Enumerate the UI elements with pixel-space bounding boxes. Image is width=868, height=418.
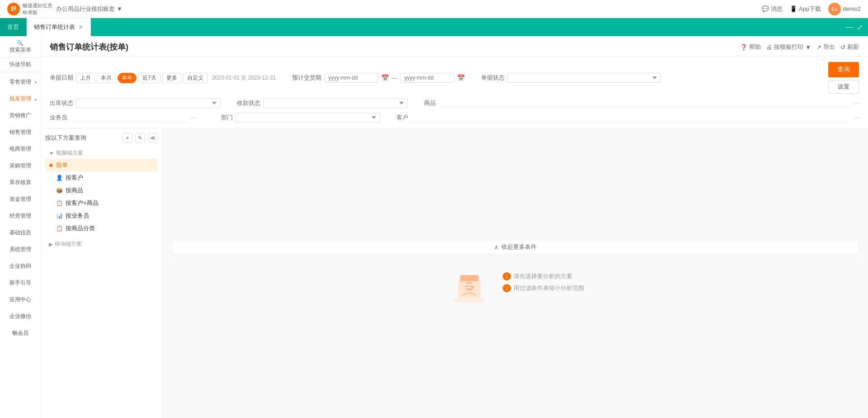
refresh-button[interactable]: ↺ 刷新 [840, 43, 859, 51]
print-arrow-icon: ▼ [805, 44, 811, 51]
sidebar-item-system[interactable]: 系统管理 [0, 241, 40, 258]
empty-tip-2: 2 用过滤条件来缩小分析范围 [503, 284, 584, 292]
refresh-icon: ↺ [840, 44, 845, 51]
maximize-icon[interactable]: ⤢ [857, 23, 863, 32]
app-download-icon: 📱 [790, 5, 797, 12]
empty-tips: 1 请先选择要分析的方案 2 用过滤条件来缩小分析范围 [503, 272, 584, 296]
scheme-by-customer[interactable]: 👤 按客户 [52, 171, 158, 184]
sidebar-item-corp[interactable]: 企业协同 [0, 258, 40, 275]
tip-number-2: 2 [503, 284, 511, 292]
message-icon: 💬 [762, 5, 769, 12]
empty-tip-1: 1 请先选择要分析的方案 [503, 272, 584, 280]
message-button[interactable]: 💬 消息 [762, 5, 783, 13]
sidebar-item-wholesale[interactable]: 批发管理 [0, 90, 40, 107]
logo-area: 好 畅捷通好生意 标准版 [7, 2, 52, 15]
date-btn-this-month[interactable]: 本月 [97, 73, 116, 83]
goods-label: 商品 [424, 99, 436, 107]
tab-home[interactable]: 首页 [0, 18, 27, 36]
order-status-select[interactable] [507, 73, 661, 83]
sidebar-item-basic[interactable]: 基础信息 [0, 224, 40, 241]
sidebar-item-marketing[interactable]: 营销推广 [0, 107, 40, 124]
filter-row-2: 出库状态 收款状态 商品 ··· [50, 98, 859, 108]
scheme-list: 👤 按客户 📦 按商品 📋 按客户+商品 📊 按业务员 [52, 171, 158, 235]
collapse-bar[interactable]: ∧ 收起更多条件 [172, 240, 859, 254]
template-print-button[interactable]: 🖨 按模板打印 ▼ [766, 43, 811, 51]
workspace-selector[interactable]: 办公用品行业模拟账套 ▼ [56, 5, 123, 13]
department-label: 部门 [221, 114, 233, 122]
sidebar-item-sales[interactable]: 销售管理 [0, 124, 40, 141]
panel-title: 按以下方案查询 [45, 134, 120, 142]
export-button[interactable]: ↗ 导出 [816, 43, 835, 51]
payment-section: 收款状态 [237, 98, 408, 108]
by-order-icon: ● [49, 161, 53, 169]
date-btn-custom[interactable]: 自定义 [183, 73, 208, 83]
desktop-expand-icon[interactable]: ▼ [49, 150, 54, 157]
empty-state: 1 请先选择要分析的方案 2 用过滤条件来缩小分析范围 [447, 261, 584, 307]
scheme-by-salesperson[interactable]: 📊 按业务员 [52, 209, 158, 222]
tab-sales-order-stats[interactable]: 销售订单统计表 ✕ [27, 18, 91, 36]
date-btn-more[interactable]: 更多 [162, 73, 181, 83]
department-select[interactable] [236, 113, 380, 123]
sidebar-search[interactable]: 🔍 搜索菜单 [0, 36, 40, 58]
filter-row-3: 业务员 ··· 部门 客户 ··· [50, 113, 859, 123]
date-btn-this-year[interactable]: 本年 [118, 73, 137, 83]
sidebar-item-operations[interactable]: 经营管理 [0, 208, 40, 224]
scheme-by-goods[interactable]: 📦 按商品 [52, 184, 158, 197]
sidebar-item-newbie[interactable]: 新手引导 [0, 275, 40, 291]
mobile-expand-icon[interactable]: ▶ [49, 241, 53, 247]
salesperson-input[interactable] [70, 114, 188, 122]
sidebar-item-wechat[interactable]: 企业微信 [0, 308, 40, 325]
help-button[interactable]: ❓ 帮助 [740, 43, 761, 51]
tab-close-icon[interactable]: ✕ [79, 24, 83, 30]
customer-more-icon[interactable]: ··· [854, 114, 859, 121]
order-status-section: 单据状态 [481, 73, 661, 83]
customer-input[interactable] [411, 114, 851, 122]
app-download-button[interactable]: 📱 App下载 [790, 5, 821, 13]
sidebar-item-ecommerce[interactable]: 电商管理 [0, 141, 40, 157]
panel-toolbar: 按以下方案查询 + ✎ ≪ [45, 133, 158, 143]
top-bar: 好 畅捷通好生意 标准版 办公用品行业模拟账套 ▼ 💬 消息 📱 App下载 E… [0, 0, 868, 18]
desktop-group-header: ▼ 电脑端方案 [45, 147, 158, 159]
delivery-date-group: 📅 — 📅 [324, 73, 465, 83]
print-icon: 🖨 [766, 44, 772, 51]
workspace-arrow-icon: ▼ [117, 5, 123, 12]
date-btn-last-7[interactable]: 近7天 [138, 73, 160, 83]
settings-button[interactable]: 设置 [828, 80, 859, 94]
delivery-date-end[interactable] [400, 73, 454, 83]
sidebar-item-member[interactable]: 畅会员 [0, 325, 40, 342]
sidebar-item-purchase[interactable]: 采购管理 [0, 157, 40, 174]
sidebar-item-retail[interactable]: 零售管理 [0, 74, 40, 90]
goods-input[interactable] [439, 99, 851, 108]
logo-icon: 好 [7, 3, 20, 15]
edit-scheme-button[interactable]: ✎ [135, 133, 145, 143]
collapse-panel-button[interactable]: ≪ [148, 133, 158, 143]
sidebar-item-appstore[interactable]: 应用中心 [0, 291, 40, 308]
department-section: 部门 [221, 113, 380, 123]
shipment-label: 出库状态 [50, 99, 73, 107]
filter-row-1: 单据日期 上月 本月 本年 近7天 更多 自定义 2023-01-01 至 20… [50, 62, 859, 94]
sidebar-quick-nav[interactable]: 快捷导航 [0, 58, 40, 71]
salesperson-more-icon[interactable]: ··· [190, 114, 196, 121]
sidebar-item-finance[interactable]: 资金管理 [0, 191, 40, 208]
top-bar-left: 好 畅捷通好生意 标准版 办公用品行业模拟账套 ▼ [7, 2, 123, 15]
date-btn-last-month[interactable]: 上月 [76, 73, 95, 83]
content-area: 销售订单统计表(按单) ❓ 帮助 🖨 按模板打印 ▼ ↗ 导出 ↺ 刷新 [41, 36, 868, 418]
sidebar-item-inventory[interactable]: 库存核算 [0, 174, 40, 191]
scheme-by-goods-category[interactable]: 📋 按商品分类 [52, 222, 158, 235]
minimize-icon[interactable]: — [846, 23, 853, 31]
delivery-label: 预计交货期 [292, 74, 321, 82]
delivery-date-start[interactable] [324, 73, 378, 83]
add-scheme-button[interactable]: + [123, 133, 132, 143]
goods-more-icon[interactable]: ··· [854, 100, 859, 107]
shipment-status-select[interactable] [76, 98, 221, 108]
data-area: ∧ 收起更多条件 [163, 128, 868, 418]
mobile-group-header: ▶ 移动端方案 [45, 238, 158, 250]
page-actions: ❓ 帮助 🖨 按模板打印 ▼ ↗ 导出 ↺ 刷新 [740, 43, 859, 51]
scheme-by-order[interactable]: ● 按单 [45, 159, 158, 171]
nav-tabs: 首页 销售订单统计表 ✕ — ⤢ [0, 18, 868, 36]
user-menu[interactable]: Ea demo2 [828, 3, 861, 15]
query-button[interactable]: 查询 [828, 62, 859, 77]
customer-section: 客户 ··· [396, 114, 859, 122]
scheme-by-customer-goods[interactable]: 📋 按客户+商品 [52, 197, 158, 209]
payment-status-select[interactable] [263, 98, 408, 108]
